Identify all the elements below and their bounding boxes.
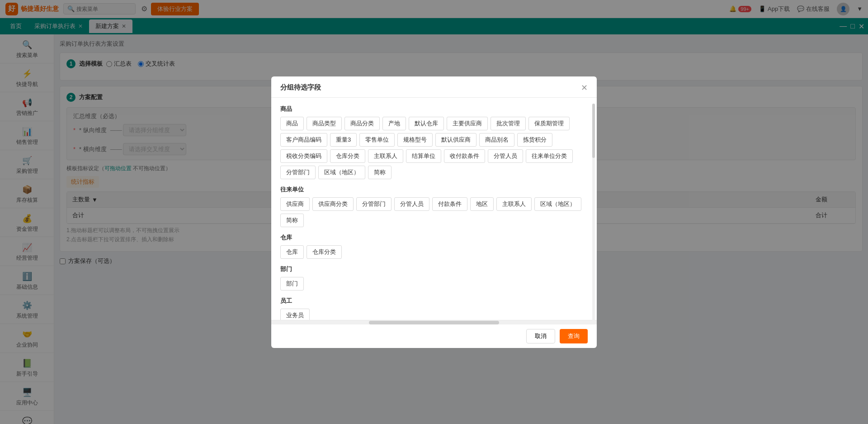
dept-tags: 部门: [280, 277, 588, 291]
tag-retail-unit[interactable]: 零售单位: [359, 133, 395, 147]
section-warehouse-title: 仓库: [280, 233, 588, 242]
section-dept-title: 部门: [280, 265, 588, 273]
tag-expiry-mgmt[interactable]: 保质期管理: [528, 117, 570, 130]
tag-partner-cat[interactable]: 往来单位分类: [526, 149, 573, 163]
tag-origin[interactable]: 产地: [382, 117, 406, 130]
section-employee-title: 员工: [280, 297, 588, 305]
tag-salesperson[interactable]: 业务员: [280, 309, 310, 320]
tag-dept-mgmt[interactable]: 分管部门: [280, 166, 316, 179]
section-partner-title: 往来单位: [280, 186, 588, 194]
tag-main-contact[interactable]: 主联系人: [368, 149, 403, 163]
vscroll-thumb: [592, 104, 595, 158]
tag-payment-terms[interactable]: 收付款条件: [444, 149, 485, 163]
product-tags: 商品 商品类型 商品分类 产地 默认仓库 主要供应商 批次管理 保质期管理 客户…: [280, 117, 588, 179]
tag-supplier-cat[interactable]: 供应商分类: [312, 197, 354, 211]
modal-header: 分组待选字段 ✕: [271, 76, 597, 98]
tag-dept[interactable]: 部门: [280, 277, 304, 291]
modal-horizontal-scrollbar[interactable]: [271, 320, 597, 324]
modal-overlay[interactable]: 分组待选字段 ✕ 商品 商品 商品类型 商品分类 产地 默认仓库 主要供应商 批…: [0, 0, 868, 424]
tag-default-warehouse[interactable]: 默认仓库: [409, 117, 444, 130]
section-dept: 部门 部门: [280, 265, 588, 291]
tag-product-category[interactable]: 商品分类: [344, 117, 380, 130]
tag-spec-model[interactable]: 规格型号: [397, 133, 433, 147]
section-warehouse: 仓库 仓库 仓库分类: [280, 233, 588, 259]
tag-product-type[interactable]: 商品类型: [307, 117, 342, 130]
tag-pick-points[interactable]: 拣货积分: [517, 133, 552, 147]
modal-close-button[interactable]: ✕: [581, 83, 588, 93]
modal-body: 商品 商品 商品类型 商品分类 产地 默认仓库 主要供应商 批次管理 保质期管理…: [271, 98, 597, 320]
tag-product-alias[interactable]: 商品别名: [479, 133, 514, 147]
hscroll-thumb: [369, 321, 499, 324]
tag-batch-mgmt[interactable]: 批次管理: [491, 117, 526, 130]
tag-partner-abbr[interactable]: 简称: [280, 214, 304, 227]
cancel-button[interactable]: 取消: [526, 329, 555, 343]
employee-tags: 业务员: [280, 309, 588, 320]
tag-payment-cond[interactable]: 付款条件: [432, 197, 467, 211]
tag-partner-dept[interactable]: 分管部门: [356, 197, 392, 211]
partner-tags: 供应商 供应商分类 分管部门 分管人员 付款条件 地区 主联系人 区域（地区） …: [280, 197, 588, 227]
confirm-button[interactable]: 查询: [560, 329, 588, 343]
tag-settlement-unit[interactable]: 结算单位: [406, 149, 441, 163]
tag-warehouse-category[interactable]: 仓库分类: [307, 245, 342, 259]
section-product: 商品 商品 商品类型 商品分类 产地 默认仓库 主要供应商 批次管理 保质期管理…: [280, 105, 588, 179]
tag-partner-region[interactable]: 区域（地区）: [534, 197, 581, 211]
section-employee: 员工 业务员: [280, 297, 588, 320]
tag-weight[interactable]: 重量3: [330, 133, 357, 147]
tag-product[interactable]: 商品: [280, 117, 304, 130]
tag-area[interactable]: 地区: [470, 197, 494, 211]
modal-footer: 取消 查询: [271, 324, 597, 348]
section-product-title: 商品: [280, 105, 588, 113]
tag-main-supplier[interactable]: 主要供应商: [447, 117, 488, 130]
tag-default-supplier[interactable]: 默认供应商: [435, 133, 476, 147]
tag-abbr[interactable]: 简称: [368, 166, 392, 179]
tag-partner-contact[interactable]: 主联系人: [496, 197, 532, 211]
tag-customer-sku[interactable]: 客户商品编码: [280, 133, 327, 147]
tag-partner-supervisor[interactable]: 分管人员: [394, 197, 429, 211]
modal-title: 分组待选字段: [280, 83, 321, 92]
modal-vertical-scrollbar[interactable]: [592, 104, 595, 321]
section-partner: 往来单位 供应商 供应商分类 分管部门 分管人员 付款条件 地区 主联系人 区域…: [280, 186, 588, 227]
field-select-modal: 分组待选字段 ✕ 商品 商品 商品类型 商品分类 产地 默认仓库 主要供应商 批…: [271, 76, 597, 348]
tag-tax-code[interactable]: 税收分类编码: [280, 149, 327, 163]
tag-warehouse[interactable]: 仓库: [280, 245, 304, 259]
tag-warehouse-cat[interactable]: 仓库分类: [330, 149, 365, 163]
tag-region[interactable]: 区域（地区）: [318, 166, 365, 179]
warehouse-tags: 仓库 仓库分类: [280, 245, 588, 259]
tag-supplier[interactable]: 供应商: [280, 197, 310, 211]
tag-supervisor[interactable]: 分管人员: [488, 149, 523, 163]
